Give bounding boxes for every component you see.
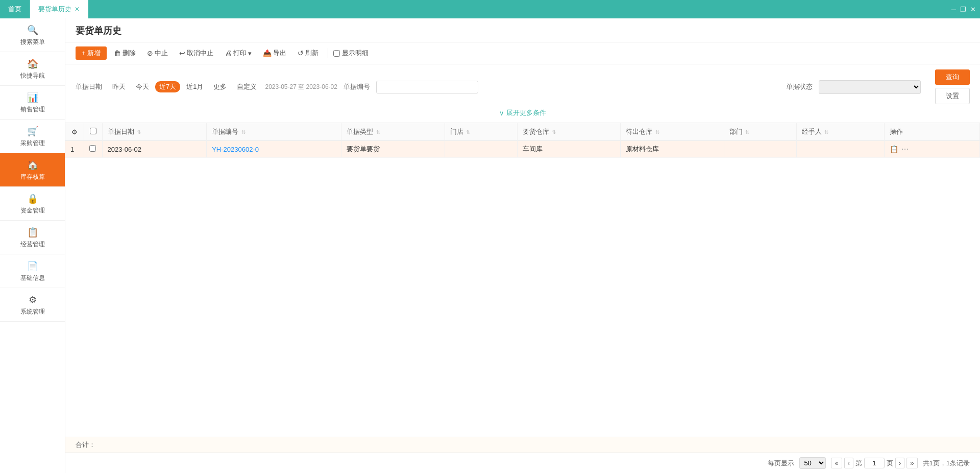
row-index: 1: [65, 141, 84, 158]
sidebar-item-operations[interactable]: 📋 经营管理: [0, 221, 65, 254]
stop-icon: ⊘: [147, 49, 153, 57]
print-button[interactable]: 🖨 打印 ▾: [220, 46, 256, 60]
date-option-today[interactable]: 今天: [132, 81, 153, 92]
th-req-warehouse-label: 要货仓库: [523, 128, 549, 135]
delete-icon: 🗑: [114, 49, 121, 57]
add-button[interactable]: + 新增: [76, 46, 107, 60]
inventory-icon: 🏠: [27, 159, 38, 171]
date-options: 昨天 今天 近7天 近1月 更多 自定义 2023-05-27 至 2023-0…: [108, 81, 337, 92]
row-edit-icon[interactable]: 📋: [890, 145, 898, 153]
per-page-select[interactable]: 50 100: [799, 457, 826, 469]
settings-button[interactable]: 设置: [935, 88, 970, 104]
query-button[interactable]: 查询: [935, 69, 970, 85]
th-date-sort-icon[interactable]: ⇅: [137, 129, 141, 135]
row-date: 2023-06-02: [102, 141, 207, 158]
filter-area: 单据日期 昨天 今天 近7天 近1月 更多 自定义 2023-05-27 至 2…: [65, 64, 980, 123]
page-label-after: 页: [887, 459, 893, 468]
toolbar: + 新增 🗑 删除 ⊘ 中止 ↩ 取消中止 🖨 打印 ▾ 📤 导出: [65, 42, 980, 64]
sidebar-item-finance[interactable]: 🔒 资金管理: [0, 187, 65, 221]
th-store-sort-icon[interactable]: ⇅: [466, 129, 470, 135]
page-label-before: 第: [855, 459, 862, 468]
row-actions: 📋 ⋯: [884, 141, 979, 158]
row-checkbox: [84, 141, 102, 158]
export-button[interactable]: 📤 导出: [259, 46, 290, 60]
stop-button[interactable]: ⊘ 中止: [143, 46, 172, 60]
order-no-input[interactable]: [376, 81, 478, 93]
th-out-warehouse-label: 待出仓库: [626, 128, 652, 135]
th-handler-sort-icon[interactable]: ⇅: [824, 129, 828, 135]
refresh-button-label: 刷新: [305, 49, 318, 58]
first-page-btn[interactable]: «: [831, 458, 842, 468]
settings-icon[interactable]: ⚙: [71, 128, 78, 136]
status-label: 单据状态: [786, 82, 813, 91]
refresh-button[interactable]: ↺ 刷新: [293, 46, 323, 60]
date-option-more[interactable]: 更多: [209, 81, 231, 92]
cancel-stop-button[interactable]: ↩ 取消中止: [175, 46, 217, 60]
row-dept: [724, 141, 796, 158]
restore-btn[interactable]: ❐: [960, 6, 966, 13]
sidebar-item-sales[interactable]: 📊 销售管理: [0, 86, 65, 120]
row-order-no: YH-20230602-0: [207, 141, 341, 158]
search-menu-icon: 🔍: [27, 25, 38, 36]
sidebar-item-system[interactable]: ⚙ 系统管理: [0, 288, 65, 322]
display-detail-checkbox[interactable]: [333, 50, 340, 57]
tab-close-icon[interactable]: ✕: [75, 6, 80, 13]
tab-home[interactable]: 首页: [0, 0, 30, 18]
operations-icon: 📋: [27, 227, 38, 238]
date-filter-label: 单据日期: [76, 82, 102, 91]
print-icon: 🖨: [225, 49, 232, 57]
th-order-type-sort-icon[interactable]: ⇅: [376, 129, 380, 135]
finance-icon: 🔒: [27, 193, 38, 204]
order-no-label: 单据编号: [344, 82, 370, 91]
main-layout: 🔍 搜索菜单 🏠 快捷导航 📊 销售管理 🛒 采购管理 🏠 库存核算 🔒 资金管…: [0, 18, 980, 473]
prev-page-btn[interactable]: ‹: [844, 458, 853, 468]
minimize-btn[interactable]: ─: [951, 6, 956, 13]
purchase-icon: 🛒: [27, 126, 38, 137]
per-page-label: 每页显示: [768, 459, 794, 468]
th-order-no: 单据编号 ⇅: [207, 123, 341, 141]
th-req-warehouse-sort-icon[interactable]: ⇅: [552, 129, 556, 135]
system-icon: ⚙: [29, 294, 37, 305]
status-select[interactable]: [819, 80, 921, 94]
th-order-type-label: 单据类型: [347, 128, 373, 135]
th-store: 门店 ⇅: [445, 123, 517, 141]
tab-order-history[interactable]: 要货单历史 ✕: [30, 0, 88, 18]
stop-button-label: 中止: [155, 49, 168, 58]
row-more-icon[interactable]: ⋯: [901, 145, 909, 153]
th-out-warehouse-sort-icon[interactable]: ⇅: [655, 129, 659, 135]
date-option-7days[interactable]: 近7天: [155, 81, 180, 92]
row-handler: [796, 141, 884, 158]
quick-nav-icon: 🏠: [27, 58, 38, 69]
page-input[interactable]: [864, 458, 885, 468]
sidebar-item-finance-label: 资金管理: [20, 206, 45, 215]
sidebar-item-purchase[interactable]: 🛒 采购管理: [0, 120, 65, 153]
date-option-1month[interactable]: 近1月: [182, 81, 207, 92]
row-select-checkbox[interactable]: [89, 145, 96, 152]
sidebar-item-basic-info[interactable]: 📄 基础信息: [0, 254, 65, 288]
close-btn[interactable]: ✕: [970, 6, 976, 13]
cancel-stop-button-label: 取消中止: [187, 49, 213, 58]
delete-button[interactable]: 🗑 删除: [110, 46, 140, 60]
date-option-custom[interactable]: 自定义: [233, 81, 261, 92]
select-all-checkbox[interactable]: [90, 128, 96, 134]
sidebar-item-search-menu[interactable]: 🔍 搜索菜单: [0, 18, 65, 52]
sidebar-item-inventory[interactable]: 🏠 库存核算: [0, 153, 65, 187]
filter-row-main: 单据日期 昨天 今天 近7天 近1月 更多 自定义 2023-05-27 至 2…: [76, 69, 970, 104]
expand-more[interactable]: ∨ 展开更多条件: [76, 108, 970, 117]
th-order-no-sort-icon[interactable]: ⇅: [241, 129, 246, 135]
table-row: 1 2023-06-02 YH-20230602-0 要货单要货 车间库 原材料…: [65, 141, 980, 158]
date-option-yesterday[interactable]: 昨天: [108, 81, 130, 92]
row-out-warehouse: 原材料仓库: [621, 141, 724, 158]
last-page-btn[interactable]: »: [906, 458, 917, 468]
display-toggle[interactable]: 显示明细: [333, 49, 369, 58]
sidebar-item-quick-nav-label: 快捷导航: [20, 72, 45, 80]
tab-bar: 首页 要货单历史 ✕: [0, 0, 88, 18]
th-actions: 操作: [884, 123, 979, 141]
row-order-no-link[interactable]: YH-20230602-0: [212, 146, 259, 153]
sidebar-item-quick-nav[interactable]: 🏠 快捷导航: [0, 52, 65, 86]
next-page-btn[interactable]: ›: [895, 458, 904, 468]
add-button-label: + 新增: [82, 49, 101, 58]
tab-order-history-label: 要货单历史: [38, 5, 71, 14]
sidebar-item-basic-info-label: 基础信息: [20, 274, 45, 282]
th-dept-sort-icon[interactable]: ⇅: [745, 129, 749, 135]
